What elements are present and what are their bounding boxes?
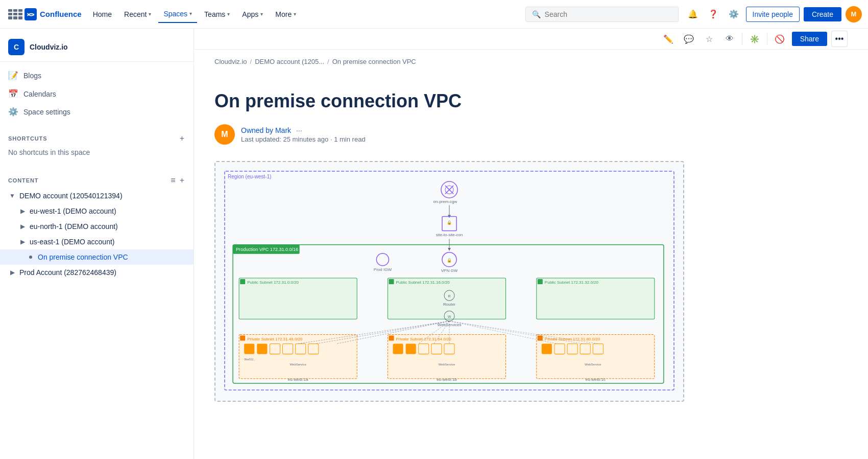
svg-text:0fae512...: 0fae512... <box>244 358 255 361</box>
plugin-button[interactable]: ✳️ <box>746 31 763 47</box>
main-content: ✏️ 💬 ☆ 👁 ✳️ 🚫 Share ••• Cloudviz.io / DE… <box>194 29 868 459</box>
demo-expand-icon: ▼ <box>8 192 16 200</box>
sidebar-item-calendars[interactable]: 📅 Calendars <box>0 85 194 103</box>
confluence-icon <box>25 8 37 20</box>
search-icon: 🔍 <box>532 10 541 18</box>
nav-more[interactable]: More ▾ <box>270 6 301 22</box>
breadcrumb-cloudviz[interactable]: Cloudviz.io <box>214 58 247 65</box>
user-avatar[interactable]: M <box>846 6 862 22</box>
content-header: CONTENT ≡ + <box>0 171 194 188</box>
blogs-label: Blogs <box>23 72 175 80</box>
time-ago: 25 minutes ago <box>283 135 328 143</box>
watch-button[interactable]: 👁 <box>721 31 738 47</box>
search-input[interactable] <box>545 10 672 18</box>
tree-item-eu-north-1[interactable]: ▶ eu-north-1 (DEMO account) <box>0 219 194 234</box>
add-shortcut-button[interactable]: + <box>179 133 185 144</box>
tree-item-eu-west-1[interactable]: ▶ eu-west-1 (DEMO account) <box>0 203 194 219</box>
nav-recent[interactable]: Recent ▾ <box>119 6 156 22</box>
eu-west-1-label: eu-west-1 (DEMO account) <box>30 207 185 215</box>
breadcrumb-demo[interactable]: DEMO account (1205... <box>255 58 324 65</box>
help-button[interactable]: ❓ <box>705 6 721 22</box>
search-bar[interactable]: 🔍 <box>525 7 679 22</box>
sidebar-main-section: 📝 Blogs + 📅 Calendars ⚙️ Space settings <box>0 62 194 125</box>
nav-spaces[interactable]: Spaces ▾ <box>158 6 197 23</box>
on-premise-bullet <box>29 256 32 259</box>
svg-text:WebService: WebService <box>585 363 601 366</box>
top-nav: Confluence Home Recent ▾ Spaces ▾ Teams … <box>0 0 868 29</box>
diagram-container[interactable]: Region (eu-west-1) on-prem-cgw 🔒 site-to… <box>214 161 684 402</box>
logo-area: Confluence <box>6 7 82 21</box>
shortcuts-section: SHORTCUTS + No shortcuts in this space <box>0 125 194 167</box>
breadcrumb: Cloudviz.io / DEMO account (1205... / On… <box>194 50 868 70</box>
owner-name[interactable]: Mark <box>275 126 291 134</box>
svg-rect-28 <box>538 279 543 284</box>
calendars-icon: 📅 <box>8 89 18 99</box>
content-filter-button[interactable]: ≡ <box>170 175 176 186</box>
nav-apps[interactable]: Apps ▾ <box>237 6 268 22</box>
tree-item-us-east-1[interactable]: ▶ us-east-1 (DEMO account) <box>0 234 194 249</box>
sidebar-header: C Cloudviz.io <box>0 29 194 62</box>
toolbar-divider-1 <box>742 33 742 45</box>
svg-text:WebService: WebService <box>439 363 455 366</box>
settings-button[interactable]: ⚙️ <box>726 6 742 22</box>
svg-text:eu-west-1b: eu-west-1b <box>437 377 457 382</box>
star-button[interactable]: ☆ <box>701 31 717 47</box>
owned-by-text: Owned by <box>241 126 273 134</box>
spaces-chevron: ▾ <box>189 11 192 16</box>
svg-text:eu-west-1c: eu-west-1c <box>586 377 606 382</box>
shortcuts-header: SHORTCUTS + <box>0 129 194 146</box>
nav-teams[interactable]: Teams ▾ <box>199 6 235 22</box>
sidebar-item-space-settings[interactable]: ⚙️ Space settings <box>0 103 194 121</box>
svg-text:Public Subnet 172.31.0.0/20: Public Subnet 172.31.0.0/20 <box>247 280 299 285</box>
create-button[interactable]: Create <box>804 7 841 21</box>
svg-rect-50 <box>393 344 403 354</box>
comment-button[interactable]: 💬 <box>681 31 697 47</box>
nav-home[interactable]: Home <box>88 6 117 22</box>
share-button[interactable]: Share <box>792 32 827 46</box>
apps-chevron: ▾ <box>260 11 263 17</box>
sidebar: C Cloudviz.io 📝 Blogs + 📅 Calendars ⚙️ S… <box>0 29 194 459</box>
svg-text:Private Subnet 172.31.48.0/20: Private Subnet 172.31.48.0/20 <box>247 337 303 341</box>
confluence-logo[interactable]: Confluence <box>25 8 82 20</box>
svg-text:🔒: 🔒 <box>447 220 452 225</box>
content-add-button[interactable]: + <box>179 175 185 186</box>
svg-rect-51 <box>406 344 416 354</box>
tree-item-prod-account[interactable]: ▶ Prod Account (282762468439) <box>0 265 194 280</box>
restrict-button[interactable]: 🚫 <box>771 31 788 47</box>
svg-text:Prod IGW: Prod IGW <box>374 267 392 272</box>
owner-more-dots[interactable]: ··· <box>296 126 302 134</box>
notifications-button[interactable]: 🔔 <box>685 6 701 22</box>
more-actions-button[interactable]: ••• <box>831 31 848 47</box>
tree-item-on-premise[interactable]: On premise connection VPC <box>0 249 194 265</box>
us-east-1-label: us-east-1 (DEMO account) <box>30 238 185 246</box>
author-avatar: M <box>214 124 235 145</box>
shortcuts-empty-message: No shortcuts in this space <box>0 146 194 163</box>
demo-account-label: DEMO account (120540121394) <box>19 192 185 200</box>
page-meta: M Owned by Mark ··· Last updated: 25 min… <box>214 124 684 145</box>
eu-north-expand-icon: ▶ <box>18 222 27 231</box>
read-time: 1 min read <box>334 135 365 143</box>
breadcrumb-current: On premise connection VPC <box>332 58 416 65</box>
sidebar-item-blogs[interactable]: 📝 Blogs + <box>0 66 194 85</box>
space-logo: C <box>8 39 25 55</box>
svg-text:on-prem-cgw: on-prem-cgw <box>433 199 457 204</box>
tree-item-demo-account[interactable]: ▼ DEMO account (120540121394) <box>0 188 194 203</box>
us-east-expand-icon: ▶ <box>18 238 27 246</box>
svg-point-18 <box>376 254 389 266</box>
toolbar-divider-2 <box>767 33 767 45</box>
svg-text:Region (eu-west-1): Region (eu-west-1) <box>228 174 271 179</box>
recent-chevron: ▾ <box>149 11 151 17</box>
prod-expand-icon: ▶ <box>8 268 16 277</box>
content-section: CONTENT ≡ + ▼ DEMO account (120540121394… <box>0 167 194 284</box>
grid-icon[interactable] <box>6 7 20 21</box>
breadcrumb-sep-2: / <box>327 58 329 65</box>
svg-text:site-to-site-con: site-to-site-con <box>436 233 463 237</box>
svg-text:🔒: 🔒 <box>447 258 452 263</box>
edit-button[interactable]: ✏️ <box>660 31 677 47</box>
nav-actions: 🔔 ❓ ⚙️ Invite people Create M <box>685 6 862 22</box>
invite-people-button[interactable]: Invite people <box>746 7 800 22</box>
owner-line: Owned by Mark ··· <box>241 126 366 134</box>
svg-text:WebService: WebService <box>290 363 306 366</box>
svg-text:Router: Router <box>443 302 455 307</box>
svg-text:W: W <box>448 315 451 318</box>
